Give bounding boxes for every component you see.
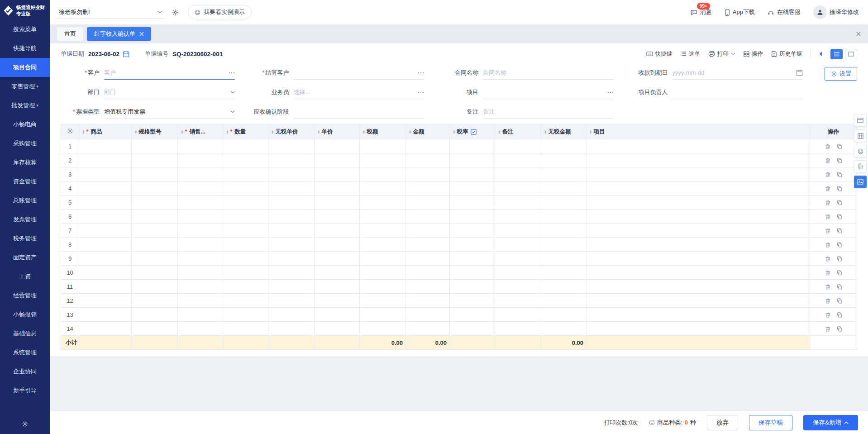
sort-icons[interactable]: ▲▼ [271,129,274,134]
sidebar-item[interactable]: 经营管理 [0,286,50,305]
sort-icons[interactable]: ▲▼ [589,129,592,134]
grid-cell[interactable] [360,322,406,336]
grid-cell[interactable] [79,139,132,153]
grid-cell[interactable] [587,308,810,322]
remark-input[interactable] [483,108,614,115]
grid-cell[interactable] [132,224,178,238]
column-header[interactable]: ▲▼*数量 [223,124,268,139]
grid-cell[interactable] [360,181,406,196]
grid-cell[interactable] [406,210,450,224]
user-menu[interactable]: 徐泽华修改 [813,5,859,19]
grid-cell[interactable] [450,252,495,266]
grid-cell[interactable] [495,266,541,280]
grid-cell[interactable] [178,294,223,308]
sidebar-item[interactable]: 库存核算 [0,153,50,172]
grid-cell[interactable] [315,196,360,210]
sort-icons[interactable]: ▲▼ [362,129,365,134]
grid-cell[interactable] [495,280,541,294]
grid-cell[interactable] [495,252,541,266]
grid-cell[interactable] [315,139,360,153]
grid-cell[interactable] [178,266,223,280]
grid-cell[interactable] [79,266,132,280]
sidebar-item[interactable]: 工资 [0,267,50,286]
grid-cell[interactable] [132,196,178,210]
tab[interactable]: 首页 [57,27,83,41]
grid-cell[interactable] [587,266,810,280]
grid-cell[interactable] [79,153,132,167]
grid-cell[interactable] [495,196,541,210]
delete-row-icon[interactable] [825,157,831,164]
grid-cell[interactable] [495,238,541,252]
tab-close-icon[interactable] [139,32,144,36]
grid-cell[interactable] [406,167,450,181]
sidebar-item[interactable]: 发票管理 [0,210,50,229]
sidebar-item[interactable]: 搜索菜单 [0,20,50,39]
grid-cell[interactable] [360,294,406,308]
grid-cell[interactable] [406,266,450,280]
rail-header-panel-icon[interactable] [854,114,867,127]
sort-icons[interactable]: ▲▼ [181,129,183,134]
pick-order-button[interactable]: 选单 [680,50,700,58]
grid-cell[interactable] [223,196,268,210]
batch-edit-icon[interactable] [471,129,477,135]
grid-cell[interactable] [79,167,132,181]
grid-cell[interactable] [360,280,406,294]
copy-row-icon[interactable] [836,312,843,318]
grid-cell[interactable] [223,153,268,167]
grid-cell[interactable] [495,181,541,196]
grid-cell[interactable] [268,252,315,266]
grid-cell[interactable] [268,266,315,280]
contract-input[interactable] [483,69,614,76]
sidebar-item[interactable]: 零售管理▾ [0,77,50,96]
grid-cell[interactable] [79,252,132,266]
grid-cell[interactable] [495,167,541,181]
company-settings-gear-icon[interactable] [172,9,179,16]
grid-cell[interactable] [79,210,132,224]
grid-cell[interactable] [450,308,495,322]
grid-cell[interactable] [541,167,587,181]
copy-row-icon[interactable] [836,214,843,220]
grid-cell[interactable] [315,210,360,224]
grid-cell[interactable] [541,196,587,210]
sidebar-item[interactable]: 小畅电商 [0,115,50,134]
copy-row-icon[interactable] [836,200,843,206]
grid-cell[interactable] [268,308,315,322]
grid-cell[interactable] [79,238,132,252]
copy-row-icon[interactable] [836,284,843,290]
copy-row-icon[interactable] [836,242,843,248]
grid-cell[interactable] [541,294,587,308]
grid-cell[interactable] [223,280,268,294]
column-header[interactable]: ▲▼规格型号 [132,124,178,139]
column-header[interactable]: ▲▼无税单价 [268,124,315,139]
grid-cell[interactable] [541,210,587,224]
grid-cell[interactable] [178,181,223,196]
grid-cell[interactable] [495,308,541,322]
grid-cell[interactable] [178,322,223,336]
grid-cell[interactable] [79,224,132,238]
due-date-input[interactable] [672,69,794,76]
grid-cell[interactable] [79,196,132,210]
grid-cell[interactable] [315,224,360,238]
delete-row-icon[interactable] [825,200,831,206]
grid-cell[interactable] [223,210,268,224]
grid-cell[interactable] [132,210,178,224]
copy-row-icon[interactable] [836,326,843,332]
shortcut-keys-button[interactable]: 快捷键 [646,50,672,58]
grid-cell[interactable] [541,308,587,322]
grid-cell[interactable] [541,224,587,238]
settings-button[interactable]: 设置 [825,67,857,81]
list-view-button[interactable] [830,49,843,59]
grid-cell[interactable] [79,294,132,308]
delete-row-icon[interactable] [825,312,831,318]
grid-cell[interactable] [587,167,810,181]
sidebar-item[interactable]: 采购管理 [0,134,50,153]
grid-cell[interactable] [268,210,315,224]
sidebar-item[interactable]: 税务管理 [0,229,50,248]
grid-cell[interactable] [587,181,810,196]
grid-cell[interactable] [315,181,360,196]
grid-cell[interactable] [268,238,315,252]
grid-cell[interactable] [132,308,178,322]
grid-cell[interactable] [450,322,495,336]
print-button[interactable]: 打印 [708,50,735,58]
grid-cell[interactable] [406,322,450,336]
